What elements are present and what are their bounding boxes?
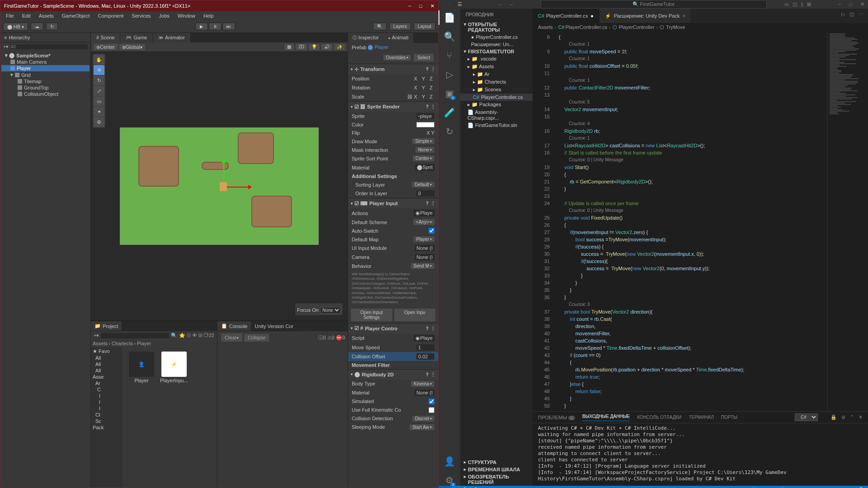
transform-component[interactable]: ▾⊹ Transform？ ⋮ (348, 64, 438, 74)
audio-toggle[interactable]: 🔊 (321, 44, 332, 50)
material-field[interactable]: ⬤Sprit (415, 164, 434, 171)
console-clear[interactable]: Clear▾ (221, 333, 242, 342)
clear-output-icon[interactable]: ⊘ (841, 414, 845, 420)
pause-button[interactable]: ⏸ (209, 23, 222, 30)
open-file-2[interactable]: Расширение: Un... (460, 41, 533, 48)
rigidbody-component[interactable]: ▾⬤ Rigidbody 2D？ ⋮ (348, 369, 438, 380)
kinematic-checkbox[interactable] (429, 407, 434, 413)
layers-dropdown[interactable]: Layers (389, 23, 411, 30)
tilemap-focus-select[interactable]: None (320, 307, 341, 314)
vscode-minimize[interactable]: − (838, 1, 841, 7)
layout-btn-3[interactable]: ▯ (801, 1, 803, 7)
close-panel-icon[interactable]: ✕ (859, 414, 863, 420)
run-icon[interactable]: ▷ (841, 11, 845, 20)
project-breadcrumb[interactable]: Assets › Chartects › Player (91, 340, 217, 347)
editor-breadcrumb[interactable]: Assets› C#PlayerController.cs› ⬡PlayerCo… (533, 23, 868, 32)
hierarchy-item-groundtop[interactable]: GroundTop (1, 84, 90, 91)
tab-animator[interactable]: ≫ Animator (153, 33, 190, 42)
remote-button[interactable]: ⊲⊳ (439, 486, 452, 488)
custom-tool[interactable]: ⚙ (94, 117, 104, 127)
menu-file[interactable]: File (2, 12, 18, 19)
player-sprite[interactable] (220, 182, 227, 191)
map-dropdown[interactable]: Player (414, 236, 434, 242)
account-button[interactable]: ⬤ HB ▾ (3, 23, 28, 31)
file-PlayerController.cs[interactable]: C# PlayerController.cs (460, 94, 533, 101)
testing-icon[interactable]: 🧪 (444, 107, 455, 118)
camera-field[interactable]: None (I (415, 254, 434, 260)
open-input-settings[interactable]: Open Input Settings (351, 309, 392, 321)
sprite-renderer-component[interactable]: ▾☑ 🖼 Sprite Render？ ⋮ (348, 101, 438, 112)
select-button[interactable]: Select (414, 54, 434, 61)
auto-switch-checkbox[interactable] (429, 228, 434, 234)
hierarchy-search[interactable] (10, 44, 88, 49)
transform-tool[interactable]: ✦ (94, 107, 104, 117)
sleeping-mode-dropdown[interactable]: Start Aw (410, 424, 434, 430)
global-toggle[interactable]: ⊕Global▾ (119, 44, 145, 50)
console-tab[interactable]: 📋 Console (217, 321, 251, 331)
command-center[interactable]: 🔍 FirstGameTutor (541, 0, 767, 9)
mode-2d[interactable]: 2D (296, 44, 307, 50)
undo-history-button[interactable]: ↻ (46, 23, 58, 30)
hierarchy-item-collisium[interactable]: CollisiumObject (1, 91, 90, 97)
mask-dropdown[interactable]: None (415, 147, 434, 153)
file-Assembly-CSharp.cspr...[interactable]: 📄 Assembly-CSharp.cspr... (460, 108, 533, 122)
lock-icon[interactable]: 🔒 (830, 414, 837, 420)
menu-assets[interactable]: Assets (35, 12, 57, 19)
fx-toggle[interactable]: ✨ (334, 44, 345, 50)
sorting-layer-dropdown[interactable]: Default (412, 182, 434, 188)
close-icon[interactable]: ✕ (430, 3, 434, 9)
animation-tab[interactable]: ⬧ Animati (383, 33, 413, 43)
menu-services[interactable]: Services (128, 12, 154, 19)
project-tree[interactable]: ★ Favo All All All Asse Ar C I I I Cł (91, 347, 123, 488)
tab-scene[interactable]: # Scene (91, 33, 120, 42)
sort-point-dropdown[interactable]: Center (413, 155, 434, 161)
player-controller-component[interactable]: ▾☑ # Player Contro？ ⋮ (348, 323, 438, 333)
file-Ar[interactable]: ▸ 📁 Ar (460, 70, 533, 78)
scale-tool[interactable]: ⤢ (94, 86, 104, 96)
menu-edit[interactable]: Edit (19, 12, 34, 19)
explorer-icon[interactable]: 📄 (444, 12, 455, 23)
solutions-section[interactable]: ▸ ОБОЗРЕВАТЕЛЬ РЕШЕНИЙ (460, 473, 533, 486)
light-toggle[interactable]: 💡 (309, 44, 320, 50)
pivot-toggle[interactable]: ⊕Center (94, 44, 118, 50)
project-search[interactable] (101, 333, 169, 338)
actions-field[interactable]: ◉Playe (414, 210, 434, 216)
minimap[interactable] (827, 32, 868, 411)
step-button[interactable]: ⏭ (222, 23, 235, 30)
layout-dropdown[interactable]: Layout (414, 23, 435, 30)
scheme-dropdown[interactable]: <Any> (413, 219, 434, 225)
menu-help[interactable]: Help (200, 12, 217, 19)
unity-version-tab[interactable]: Unity Version Cor (251, 321, 297, 331)
editor-tab-2[interactable]: ⚡ Расширение: Unity Dev Pack× (599, 9, 691, 23)
file-Chartects[interactable]: ▸ 📁 Chartects (460, 78, 533, 86)
output-channel-select[interactable]: C# (795, 413, 818, 421)
output-content[interactable]: Activating C# + C# Dev Kit + C# IntelliC… (533, 423, 868, 486)
scene-view[interactable]: ✋ ✥ ↻ ⤢ ▭ ✦ ⚙ (91, 52, 348, 320)
file-Scenes[interactable]: ▸ 📁 Scenes (460, 86, 533, 94)
refresh-icon[interactable]: ↻ (444, 126, 455, 137)
move-tool[interactable]: ✥ (94, 65, 104, 75)
overrides-dropdown[interactable]: Overrides (383, 55, 411, 61)
menu-gameobject[interactable]: GameObject (58, 12, 94, 19)
order-in-layer-field[interactable]: 0 (416, 190, 434, 197)
menu-window[interactable]: Window (174, 12, 199, 19)
panel-tab-debug[interactable]: КОНСОЛЬ ОТЛАДКИ (637, 415, 681, 420)
hierarchy-item-grid[interactable]: ▾ Grid (1, 71, 90, 78)
draw-mode-dropdown[interactable]: Simple (412, 138, 434, 144)
collision-offset-field[interactable]: 0.02 (416, 353, 434, 360)
file-Assets[interactable]: ▸ 📁 Assets (460, 63, 533, 70)
gizmo-x-axis[interactable] (224, 187, 251, 188)
hierarchy-item-camera[interactable]: Main Camera (1, 59, 90, 65)
account-icon[interactable]: 👤 (444, 456, 455, 467)
cloud-button[interactable]: ☁ (31, 23, 43, 30)
menu-component[interactable]: Component (94, 12, 127, 19)
hand-tool[interactable]: ✋ (94, 55, 104, 65)
nav-back[interactable]: ← (498, 2, 503, 7)
extensions-icon[interactable]: ▣2 (444, 88, 455, 99)
simulated-checkbox[interactable] (429, 399, 434, 404)
ui-module-field[interactable]: None (I (415, 245, 434, 251)
nav-forward[interactable]: → (509, 2, 514, 7)
tab-game[interactable]: 🎮 Game (120, 33, 153, 42)
search-icon[interactable]: 🔍 (444, 31, 455, 42)
minimize-icon[interactable]: − (408, 3, 411, 9)
